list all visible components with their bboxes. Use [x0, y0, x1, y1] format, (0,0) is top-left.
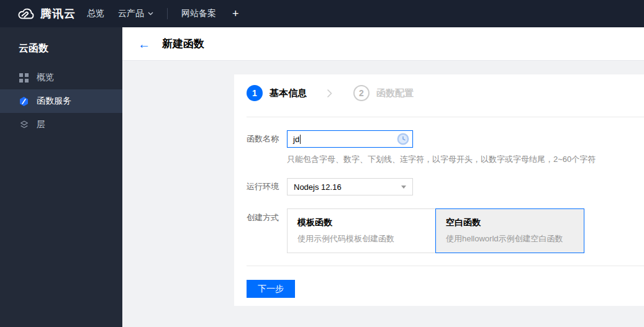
- option-template-function[interactable]: 模板函数 使用示例代码模板创建函数: [287, 208, 436, 253]
- top-navbar: 腾讯云 总览 云产品 网站备案 +: [0, 0, 644, 27]
- step-number-badge: 1: [247, 85, 263, 101]
- form-row-function-name: 函数名称 jd: [247, 130, 644, 148]
- step-function-config: 2 函数配置: [353, 85, 414, 101]
- option-blank-function[interactable]: 空白函数 使用helloworld示例创建空白函数: [435, 208, 584, 253]
- option-description: 使用示例代码模板创建函数: [297, 233, 425, 244]
- option-description: 使用helloworld示例创建空白函数: [446, 233, 574, 244]
- runtime-selected-value: Nodejs 12.16: [294, 182, 342, 192]
- page-title: 新建函数: [162, 37, 204, 51]
- option-title: 空白函数: [446, 217, 574, 228]
- sidebar-item-overview[interactable]: 概览: [0, 66, 122, 89]
- function-name-input[interactable]: jd: [287, 130, 413, 148]
- step-number-badge: 2: [353, 85, 370, 101]
- nav-divider: [167, 8, 168, 19]
- chevron-down-icon: [148, 12, 153, 16]
- nav-item-overview[interactable]: 总览: [87, 8, 104, 19]
- function-name-value: jd: [293, 135, 299, 144]
- step-chevron-icon: [327, 89, 332, 98]
- next-step-button[interactable]: 下一步: [247, 280, 295, 298]
- option-title: 模板函数: [297, 217, 425, 228]
- brand-logo-link[interactable]: 腾讯云: [17, 6, 76, 21]
- sidebar-title: 云函数: [0, 27, 122, 55]
- sidebar-item-function-service[interactable]: 函数服务: [0, 89, 122, 113]
- function-name-label: 函数名称: [247, 130, 287, 148]
- page: 腾讯云 总览 云产品 网站备案 + 云函数: [0, 0, 644, 327]
- creation-method-options: 模板函数 使用示例代码模板创建函数 空白函数 使用helloworld示例创建空…: [287, 208, 584, 253]
- top-nav-menu: 总览 云产品 网站备案 +: [76, 8, 239, 19]
- runtime-select[interactable]: Nodejs 12.16: [287, 178, 413, 195]
- runtime-label: 运行环境: [247, 178, 287, 195]
- clock-icon[interactable]: [397, 133, 409, 145]
- tencent-cloud-logo-icon: [17, 7, 34, 20]
- sidebar-item-label: 函数服务: [37, 96, 71, 107]
- brand-name: 腾讯云: [40, 6, 76, 21]
- sidebar-item-label: 概览: [37, 72, 54, 83]
- select-arrow-icon: [401, 186, 406, 189]
- section-divider: [247, 266, 644, 266]
- nav-tab-website-icp[interactable]: 网站备案: [181, 8, 216, 19]
- step-indicator: 1 基本信息 2 函数配置: [247, 85, 644, 101]
- step-label: 函数配置: [376, 87, 414, 99]
- layers-icon: [19, 120, 29, 130]
- basic-info-form: 函数名称 jd 只能包含字母、数字、下划线、: [247, 130, 644, 253]
- create-function-card: 1 基本信息 2 函数配置 函数名称: [234, 74, 644, 306]
- step-basic-info: 1 基本信息: [247, 85, 307, 101]
- section-divider: [247, 117, 644, 117]
- step-label: 基本信息: [270, 87, 307, 99]
- content-area: 1 基本信息 2 函数配置 函数名称: [122, 61, 644, 326]
- creation-method-label: 创建方式: [247, 208, 287, 253]
- page-header: ← 新建函数: [122, 27, 644, 61]
- sidebar-item-label: 层: [37, 119, 45, 130]
- form-row-creation-method: 创建方式 模板函数 使用示例代码模板创建函数 空白函数 使用helloworld…: [247, 208, 644, 253]
- sidebar-menu: 概览 函数服务 层: [0, 66, 122, 137]
- back-arrow-icon[interactable]: ←: [138, 38, 150, 50]
- nav-item-cloud-products[interactable]: 云产品: [118, 8, 153, 19]
- main-area: ← 新建函数 1 基本信息 2 函数配置: [122, 27, 644, 327]
- grid-icon: [19, 73, 29, 83]
- text-caret: [300, 135, 301, 144]
- add-tab-button[interactable]: +: [232, 8, 239, 19]
- sidebar-item-layers[interactable]: 层: [0, 113, 122, 137]
- scf-icon: [19, 96, 29, 107]
- function-name-helper-text: 只能包含字母、数字、下划线、连字符，以字母开头，以数字或字母结尾，2~60个字符: [287, 154, 644, 165]
- sidebar: 云函数 概览: [0, 27, 122, 327]
- form-row-runtime: 运行环境 Nodejs 12.16: [247, 178, 644, 195]
